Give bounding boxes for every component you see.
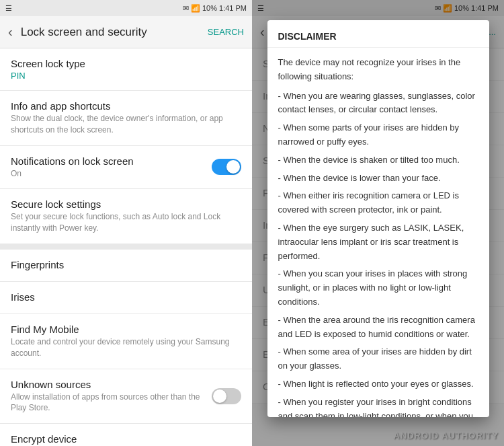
dialog-item-2: - When the device is shaken or tilted to… — [278, 153, 478, 168]
settings-item-info-app-shortcuts[interactable]: Info and app shortcuts Show the dual clo… — [0, 91, 252, 146]
status-bar-left-icon: ☰ — [5, 4, 12, 13]
toggle-unknown-sources[interactable] — [212, 388, 241, 404]
dialog-item-3: - When the device is lower than your fac… — [278, 172, 478, 186]
page-title: Lock screen and security — [21, 26, 208, 39]
settings-title-notifications-lock-screen: Notifications on lock screen — [11, 155, 134, 167]
top-bar: ‹ Lock screen and security SEARCH — [0, 16, 252, 48]
settings-title-info-app-shortcuts: Info and app shortcuts — [11, 100, 241, 112]
dialog-item-6: - When you scan your irises in places wi… — [278, 267, 478, 309]
settings-title-fingerprints: Fingerprints — [11, 259, 241, 270]
left-panel: ☰ ✉ 📶 10% 1:41 PM ‹ Lock screen and secu… — [0, 0, 252, 446]
right-panel: ☰ ✉ 📶 10% 1:41 PM ‹ Lock screen and secu… — [252, 0, 504, 446]
settings-item-encrypt-device[interactable]: Encrypt device Protect your device by en… — [0, 424, 252, 446]
dialog-item-9: - When light is reflected onto your eyes… — [278, 377, 478, 392]
settings-sub-info-app-shortcuts: Show the dual clock, the device owner's … — [11, 113, 241, 136]
battery-text: 10% — [202, 4, 217, 12]
settings-sub-unknown-sources: Allow installation of apps from sources … — [11, 392, 212, 414]
settings-item-secure-lock-settings[interactable]: Secure lock settings Set your secure loc… — [0, 189, 252, 244]
settings-item-notifications-lock-screen[interactable]: Notifications on lock screen On — [0, 146, 252, 190]
settings-list: Screen lock type PIN Info and app shortc… — [0, 48, 252, 446]
settings-title-find-my-mobile: Find My Mobile — [11, 324, 241, 335]
dialog-item-1: - When some parts of your irises are hid… — [278, 121, 478, 149]
settings-sub-notifications-lock-screen: On — [11, 168, 134, 180]
settings-title-irises: Irises — [11, 291, 241, 303]
settings-item-unknown-sources[interactable]: Unknown sources Allow installation of ap… — [0, 369, 252, 424]
settings-sub-secure-lock-settings: Set your secure lock functions, such as … — [11, 211, 241, 234]
disclaimer-dialog: DISCLAIMER The device may not recognize … — [267, 20, 489, 417]
settings-item-screen-lock-type[interactable]: Screen lock type PIN — [0, 48, 252, 91]
time-text: 1:41 PM — [219, 4, 247, 12]
dialog-item-4: - When either iris recognition camera or… — [278, 189, 478, 217]
settings-title-screen-lock-type: Screen lock type — [11, 58, 241, 69]
signal-icon: ✉ 📶 — [183, 4, 200, 13]
settings-sub-find-my-mobile: Locate and control your device remotely … — [11, 336, 241, 359]
dialog-content: The device may not recognize your irises… — [267, 48, 489, 417]
dialog-item-0: - When you are wearing glasses, sunglass… — [278, 89, 478, 118]
status-bar-left: ☰ ✉ 📶 10% 1:41 PM — [0, 0, 252, 16]
back-button[interactable]: ‹ — [8, 24, 13, 40]
settings-item-irises[interactable]: Irises — [0, 282, 252, 314]
status-bar-right: ✉ 📶 10% 1:41 PM — [183, 4, 247, 13]
dialog-title: DISCLAIMER — [267, 20, 489, 48]
toggle-notifications-lock-screen[interactable] — [212, 159, 241, 175]
dialog-intro: The device may not recognize your irises… — [278, 56, 478, 84]
settings-item-find-my-mobile[interactable]: Find My Mobile Locate and control your d… — [0, 314, 252, 369]
search-button[interactable]: SEARCH — [208, 27, 244, 37]
settings-item-fingerprints[interactable]: Fingerprints — [0, 250, 252, 282]
dialog-overlay: DISCLAIMER The device may not recognize … — [252, 0, 504, 446]
dialog-item-8: - When some area of your irises are hidd… — [278, 345, 478, 373]
settings-title-unknown-sources: Unknown sources — [11, 379, 212, 390]
dialog-item-5: - When the eye surgery such as LASIK, LA… — [278, 221, 478, 263]
settings-title-secure-lock-settings: Secure lock settings — [11, 198, 241, 210]
settings-value-screen-lock-type: PIN — [11, 71, 241, 81]
settings-title-encrypt-device: Encrypt device — [11, 433, 241, 445]
dialog-item-7: - When the area around the iris recognit… — [278, 313, 478, 342]
divider-section — [0, 244, 252, 250]
dialog-item-10: - When you register your irises in brigh… — [278, 396, 478, 417]
